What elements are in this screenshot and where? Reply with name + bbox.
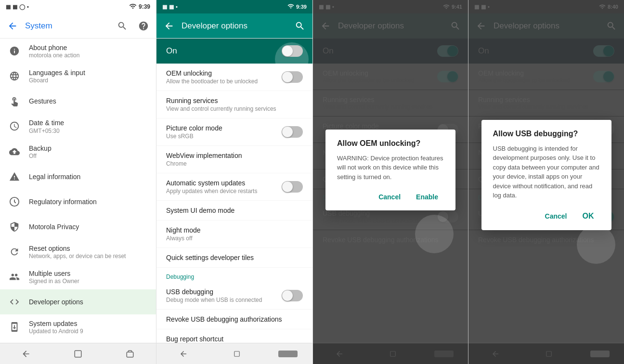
about-phone-text: About phone motorola one action	[29, 43, 79, 59]
oem-unlock-item-p2[interactable]: OEM unlocking Allow the bootloader to be…	[156, 64, 312, 91]
backup-label: Backup	[29, 144, 52, 153]
notification-icon-2: ▦	[13, 4, 17, 10]
nav-datetime[interactable]: Date & time GMT+05:30	[0, 114, 156, 139]
backup-icon	[8, 145, 21, 158]
search-btn-p2[interactable]	[291, 17, 309, 35]
ui-demo-p2[interactable]: System UI demo mode	[156, 201, 312, 221]
dialog-overlay-p4: Allow USB debugging? USB debugging is in…	[468, 0, 624, 364]
regulatory-icon	[8, 195, 21, 208]
picture-color-sub-p2: Use sRGB	[166, 133, 222, 140]
usb-debug-sub-p2: Debug mode when USB is connected	[166, 297, 262, 303]
dot-icon: •	[27, 4, 29, 10]
svg-rect-1	[75, 351, 81, 357]
gestures-label: Gestures	[29, 97, 56, 105]
on-label-p2: On	[166, 46, 177, 56]
bug-report-p2[interactable]: Bug report shortcut	[156, 329, 312, 343]
oem-cancel-btn[interactable]: Cancel	[373, 189, 406, 205]
oem-toggle-p2[interactable]	[282, 71, 303, 83]
usb-ok-btn[interactable]: OK	[577, 208, 600, 224]
status-bar-p1: ▦ ▦ ◯ • 9:39	[0, 0, 156, 13]
picture-color-p2[interactable]: Picture color mode Use sRGB	[156, 118, 312, 146]
legal-label: Legal information	[29, 172, 80, 181]
about-phone-label: About phone	[29, 43, 79, 52]
datetime-text: Date & time GMT+05:30	[29, 118, 64, 134]
auto-updates-p2[interactable]: Automatic system updates Apply updates w…	[156, 173, 312, 201]
notification-icon-3: ◯	[19, 4, 25, 10]
motorola-privacy-text: Motorola Privacy	[29, 222, 79, 231]
backup-sub: Off	[29, 153, 52, 159]
gestures-icon	[8, 94, 21, 108]
webview-p2[interactable]: WebView implementation Chrome	[156, 146, 312, 173]
topbar-p1: System	[0, 13, 156, 39]
panel-developer-options: ▦ ▦ • 9:39 Developer options On	[156, 0, 313, 364]
nav-reset[interactable]: Reset options Network, apps, or device c…	[0, 239, 156, 264]
night-mode-p2[interactable]: Night mode Always off	[156, 221, 312, 248]
oem-dialog: Allow OEM unlocking? WARNING: Device pro…	[325, 130, 455, 211]
nav-multiple-users[interactable]: Multiple users Signed in as Owner	[0, 264, 156, 289]
on-toggle-p2[interactable]	[282, 45, 303, 57]
back-hw-btn-p2[interactable]	[171, 347, 195, 361]
running-services-p2[interactable]: Running services View and control curren…	[156, 91, 312, 118]
nav-gestures[interactable]: Gestures	[0, 89, 156, 114]
auto-updates-toggle-p2[interactable]	[282, 181, 303, 193]
nav-legal[interactable]: Legal information	[0, 164, 156, 189]
bug-report-title-p2: Bug report shortcut	[166, 335, 303, 343]
nav-languages[interactable]: Languages & input Gboard	[0, 64, 156, 89]
running-services-title-p2: Running services	[166, 97, 303, 104]
search-btn-p1[interactable]	[114, 17, 131, 35]
usb-dialog-title: Allow USB debugging?	[493, 130, 600, 138]
topbar-title-p2: Developer options	[182, 21, 287, 31]
topbar-title-p1: System	[25, 21, 110, 31]
notification-p2-2: ▦	[169, 4, 174, 10]
reset-text: Reset options Network, apps, or device c…	[29, 244, 126, 260]
developer-text: Developer options	[29, 298, 83, 306]
usb-dialog-body: USB debugging is intended for developmen…	[493, 144, 600, 200]
panel-usb-dialog: ▦ ▦ • 8:40 Developer options On	[468, 0, 624, 364]
time-p1: 9:39	[139, 3, 150, 10]
bottom-bar-p1	[0, 343, 156, 364]
multiple-users-text: Multiple users Signed in as Owner	[29, 269, 79, 285]
gestures-text: Gestures	[29, 97, 56, 105]
nav-developer[interactable]: Developer options	[0, 289, 156, 314]
oem-dialog-actions: Cancel Enable	[337, 189, 444, 205]
usb-debug-toggle-p2[interactable]	[282, 290, 303, 301]
back-hw-btn-p1[interactable]	[14, 347, 38, 361]
status-icons-right-p2: 9:39	[287, 3, 307, 11]
revoke-usb-p2[interactable]: Revoke USB debugging authorizations	[156, 310, 312, 329]
ok-circle-highlight	[577, 225, 615, 264]
about-phone-sub: motorola one action	[29, 52, 79, 59]
status-icons-left: ▦ ▦ ◯ •	[6, 4, 29, 10]
legal-icon	[8, 170, 21, 183]
back-btn-p1[interactable]	[4, 17, 21, 35]
help-btn-p1[interactable]	[135, 17, 152, 35]
qs-tiles-p2[interactable]: Quick settings developer tiles	[156, 248, 312, 268]
status-icons-right: 9:39	[129, 2, 150, 11]
home-btn-p2[interactable]	[225, 347, 249, 361]
night-mode-sub-p2: Always off	[166, 235, 303, 242]
on-row-p2[interactable]: On	[156, 39, 312, 64]
auto-updates-sub-p2: Apply updates when device restarts	[166, 188, 257, 195]
usb-debug-p2[interactable]: USB debugging Debug mode when USB is con…	[156, 282, 312, 310]
oem-enable-btn[interactable]: Enable	[410, 189, 444, 205]
back-btn-p2[interactable]	[160, 17, 178, 35]
toggle-thumb-p2	[282, 46, 293, 56]
oem-unlock-sub-p2: Allow the bootloader to be unlocked	[166, 78, 258, 85]
usb-cancel-btn[interactable]: Cancel	[539, 208, 573, 224]
recents-btn-p1[interactable]	[118, 347, 142, 361]
nav-backup[interactable]: Backup Off	[0, 139, 156, 164]
privacy-icon	[8, 220, 21, 234]
usb-dialog: Allow USB debugging? USB debugging is in…	[481, 120, 611, 230]
nav-regulatory[interactable]: Regulatory information	[0, 189, 156, 214]
recents-bar-p2[interactable]	[278, 351, 298, 357]
dialog-overlay-p3: Allow OEM unlocking? WARNING: Device pro…	[313, 0, 468, 364]
dot-p2: •	[176, 4, 178, 10]
picture-color-toggle-p2[interactable]	[282, 126, 303, 138]
reset-sub: Network, apps, or device can be reset	[29, 253, 126, 260]
nav-about-phone[interactable]: About phone motorola one action	[0, 39, 156, 64]
nav-system-updates[interactable]: System updates Updated to Android 9	[0, 314, 156, 339]
home-btn-p1[interactable]	[66, 347, 90, 361]
bottom-bar-p2	[156, 343, 312, 364]
multiple-users-label: Multiple users	[29, 269, 79, 278]
motorola-privacy-label: Motorola Privacy	[29, 222, 79, 231]
nav-motorola-privacy[interactable]: Motorola Privacy	[0, 214, 156, 239]
